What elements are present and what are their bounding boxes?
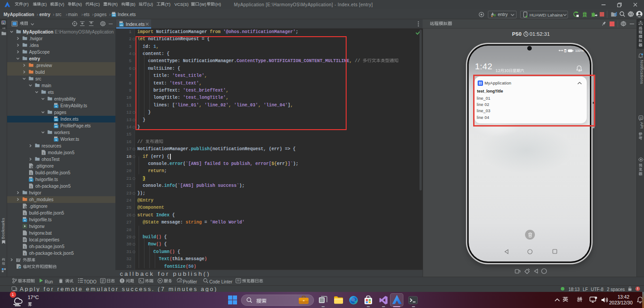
svg-text:100%: 100% [575, 49, 584, 53]
svg-text:!: ! [596, 297, 596, 299]
svg-text:@: @ [640, 117, 642, 119]
svg-text:ets: ets [120, 24, 123, 26]
svg-text:ets: ets [112, 14, 115, 17]
svg-text:B: B [564, 50, 566, 52]
